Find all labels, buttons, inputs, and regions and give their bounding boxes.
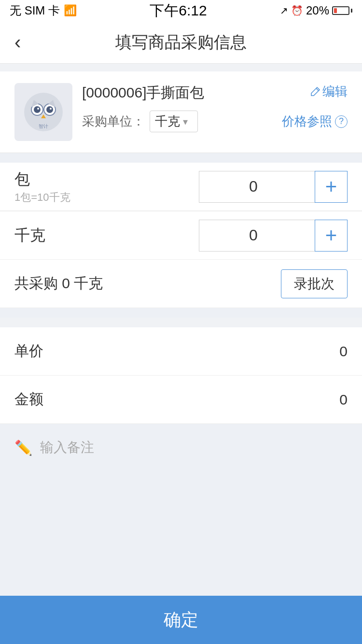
remark-section[interactable]: ✏️ 输入备注 <box>0 424 362 471</box>
edit-button[interactable]: 编辑 <box>310 83 348 100</box>
summary-section: 共采购 0 千克 录批次 <box>0 260 362 308</box>
amount-row: 金额 0 <box>0 376 362 424</box>
status-time: 下午6:12 <box>150 1 207 21</box>
svg-point-3 <box>34 106 41 113</box>
wifi-icon: 📶 <box>64 4 77 17</box>
page-title: 填写商品采购信息 <box>115 31 247 54</box>
product-name: [0000006]手撕面包 <box>82 83 204 103</box>
bag-label-block: 包 1包=10千克 <box>14 169 72 205</box>
svg-point-4 <box>46 106 53 113</box>
product-card: 智计 [0000006]手撕面包 编辑 采购单位： 千克 ▾ <box>0 71 362 153</box>
confirm-button[interactable]: 确定 <box>0 596 362 644</box>
unit-select[interactable]: 千克 ▾ <box>150 111 198 132</box>
remark-placeholder: 输入备注 <box>40 438 94 457</box>
kg-label-main: 千克 <box>14 225 72 246</box>
unit-price-label: 单价 <box>14 341 43 361</box>
product-info: [0000006]手撕面包 编辑 采购单位： 千克 ▾ 价格参照 ? <box>82 83 348 132</box>
alarm-icon: ⏰ <box>291 5 303 16</box>
unit-price-row: 单价 0 <box>0 327 362 376</box>
svg-point-6 <box>50 108 52 110</box>
status-right: ↗ ⏰ 20% <box>280 4 352 17</box>
owl-logo-svg: 智计 <box>22 90 65 134</box>
price-ref-button[interactable]: 价格参照 ? <box>282 113 348 130</box>
unit-label: 采购单位： <box>82 113 145 130</box>
location-icon: ↗ <box>280 5 288 16</box>
product-image: 智计 <box>14 83 72 141</box>
bag-quantity-input[interactable] <box>199 171 315 203</box>
chevron-down-icon: ▾ <box>183 116 188 127</box>
status-bar: 无 SIM 卡 📶 下午6:12 ↗ ⏰ 20% <box>0 0 362 21</box>
bag-input-row: 包 1包=10千克 + <box>0 163 362 211</box>
product-name-row: [0000006]手撕面包 编辑 <box>82 83 348 103</box>
bag-label-sub: 1包=10千克 <box>14 190 72 205</box>
svg-text:智计: 智计 <box>39 124 48 129</box>
sim-label: 无 SIM 卡 <box>10 3 60 18</box>
amount-label: 金额 <box>14 390 43 409</box>
question-icon: ? <box>335 115 348 128</box>
battery-icon <box>332 6 352 15</box>
bag-input-control: + <box>72 171 348 203</box>
amount-value: 0 <box>339 392 348 408</box>
divider-2 <box>0 308 362 318</box>
summary-text: 共采购 0 千克 <box>14 274 103 294</box>
svg-point-5 <box>37 108 39 110</box>
unit-value: 千克 <box>155 113 180 130</box>
bottom-area <box>0 471 362 616</box>
info-section: 单价 0 金额 0 <box>0 327 362 424</box>
edit-icon <box>310 86 320 97</box>
kg-quantity-input[interactable] <box>199 220 315 252</box>
unit-price-value: 0 <box>339 343 348 360</box>
kg-input-control: + <box>72 220 348 252</box>
kg-input-row: 千克 + <box>0 211 362 260</box>
kg-label-block: 千克 <box>14 225 72 246</box>
confirm-label: 确定 <box>164 608 198 632</box>
divider-1 <box>0 153 362 163</box>
status-left: 无 SIM 卡 📶 <box>10 3 77 18</box>
pencil-icon: ✏️ <box>14 439 32 456</box>
kg-plus-button[interactable]: + <box>315 220 348 252</box>
bag-label-main: 包 <box>14 169 72 190</box>
nav-bar: ‹ 填写商品采购信息 <box>0 21 362 64</box>
back-button[interactable]: ‹ <box>14 31 43 53</box>
battery-percent: 20% <box>306 4 329 17</box>
bag-plus-button[interactable]: + <box>315 171 348 203</box>
batch-button[interactable]: 录批次 <box>281 269 348 298</box>
input-section: 包 1包=10千克 + 千克 + <box>0 163 362 260</box>
price-ref-label: 价格参照 <box>282 113 332 130</box>
product-unit-row: 采购单位： 千克 ▾ 价格参照 ? <box>82 111 348 132</box>
